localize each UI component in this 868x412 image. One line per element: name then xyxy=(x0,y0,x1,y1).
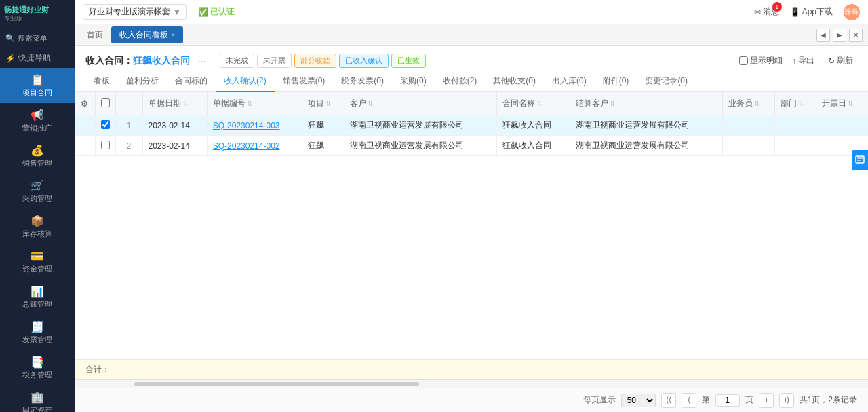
row1-contract: 狂飙收入合同 xyxy=(497,115,570,136)
avatar-text: 珠珠 xyxy=(844,7,859,17)
row1-salesperson xyxy=(722,115,774,136)
subtab-warehouse[interactable]: 出入库(0) xyxy=(544,71,595,92)
next-page-button[interactable]: ⟩ xyxy=(759,393,774,408)
select-all-checkbox[interactable] xyxy=(101,98,110,107)
tab-prev-button[interactable]: ◀ xyxy=(816,29,830,42)
first-page-button[interactable]: ⟨⟨ xyxy=(661,393,676,408)
more-button[interactable]: ··· xyxy=(195,56,209,67)
col-project[interactable]: 项目⇅ xyxy=(302,92,344,115)
last-page-button[interactable]: ⟩⟩ xyxy=(779,393,794,408)
status-confirmed[interactable]: 已收入确认 xyxy=(339,54,389,68)
scrollbar-thumb[interactable] xyxy=(134,382,419,386)
certified-badge: ✅ 已认证 xyxy=(198,6,235,18)
show-detail-checkbox[interactable]: 显示明细 xyxy=(739,55,783,67)
svg-rect-0 xyxy=(856,156,864,163)
col-settings[interactable]: ⚙ xyxy=(75,92,95,115)
status-partial-receipt[interactable]: 部分收款 xyxy=(294,54,336,68)
subtabs: 看板 盈利分析 合同标的 收入确认(2) 销售发票(0) 税务发票(0) 采购(… xyxy=(75,71,868,92)
col-code[interactable]: 单据编号⇅ xyxy=(207,92,302,115)
subtab-profit[interactable]: 盈利分析 xyxy=(118,71,167,92)
data-table: ⚙ 单据日期⇅ 单据编号⇅ 项目⇅ 客户⇅ 合同名称⇅ 结算客户⇅ 业务员⇅ 部… xyxy=(75,92,868,156)
tab-close-icon[interactable]: × xyxy=(171,31,175,39)
per-page-select[interactable]: 20 50 100 xyxy=(621,394,656,407)
sidebar-item-project[interactable]: 📋 项目合同 xyxy=(0,68,75,103)
row1-code[interactable]: SQ-20230214-003 xyxy=(207,115,302,136)
sidebar-item-sales[interactable]: 💰 销售管理 xyxy=(0,138,75,174)
row1-project: 狂飙 xyxy=(302,115,344,136)
status-uninvoiced[interactable]: 未开票 xyxy=(257,54,292,68)
col-customer[interactable]: 客户⇅ xyxy=(344,92,497,115)
status-unfinished[interactable]: 未完成 xyxy=(220,54,254,68)
subtab-revenue-confirm[interactable]: 收入确认(2) xyxy=(216,71,275,92)
subtab-change-log[interactable]: 变更记录(0) xyxy=(637,71,696,92)
subtab-other[interactable]: 其他收支(0) xyxy=(485,71,544,92)
sidebar-item-quicknav[interactable]: ⚡ 快捷导航 xyxy=(0,48,75,68)
subtab-sales-invoice[interactable]: 销售发票(0) xyxy=(275,71,334,92)
sidebar-item-search[interactable]: 🔍 搜索菜单 xyxy=(0,29,75,48)
app-download-button[interactable]: 📱 App下载 xyxy=(790,6,833,18)
row2-checkbox-input[interactable] xyxy=(101,141,110,149)
subtab-subject[interactable]: 合同标的 xyxy=(167,71,216,92)
message-button[interactable]: ✉ 1 消息 xyxy=(754,6,779,18)
topbar: 好业财专业版演示帐套 ▼ ✅ 已认证 ✉ 1 消息 📱 App下载 珠珠 xyxy=(75,0,868,24)
row1-open-date xyxy=(816,115,868,136)
sidebar-item-tax[interactable]: 📑 税务管理 xyxy=(0,350,75,386)
col-contract[interactable]: 合同名称⇅ xyxy=(497,92,570,115)
total-records-label: 共1页，2条记录 xyxy=(800,394,857,406)
table-container[interactable]: ⚙ 单据日期⇅ 单据编号⇅ 项目⇅ 客户⇅ 合同名称⇅ 结算客户⇅ 业务员⇅ 部… xyxy=(75,92,868,359)
detail-checkbox-input[interactable] xyxy=(739,56,748,65)
sidebar-item-marketing[interactable]: 📢 营销推广 xyxy=(0,103,75,138)
sidebar-item-purchase[interactable]: 🛒 采购管理 xyxy=(0,174,75,209)
company-selector[interactable]: 好业财专业版演示帐套 ▼ xyxy=(83,4,187,20)
subtab-tax-invoice[interactable]: 税务发票(0) xyxy=(333,71,392,92)
prev-page-button[interactable]: ⟨ xyxy=(682,393,696,408)
status-effective[interactable]: 已生效 xyxy=(391,54,426,68)
col-checkbox-all[interactable] xyxy=(95,92,115,115)
sidebar-item-assets[interactable]: 🏢 固定资产 xyxy=(0,386,75,412)
tab-contract-board[interactable]: 收入合同看板 × xyxy=(111,26,183,43)
check-icon: ✅ xyxy=(198,7,208,17)
chevron-down-icon: ▼ xyxy=(173,7,181,17)
row2-checkbox[interactable] xyxy=(95,136,115,156)
horizontal-scrollbar[interactable] xyxy=(75,379,868,388)
subtab-kanban[interactable]: 看板 xyxy=(85,71,118,92)
sort-salesperson-icon: ⇅ xyxy=(754,100,760,107)
tabbar: 首页 收入合同看板 × ◀ ▶ ✕ xyxy=(75,24,868,46)
col-date[interactable]: 单据日期⇅ xyxy=(142,92,207,115)
table-row[interactable]: 1 2023-02-14 SQ-20230214-003 狂飙 湖南卫视商业运营… xyxy=(75,115,868,136)
sort-open-date-icon: ⇅ xyxy=(848,100,853,107)
row1-checkbox[interactable] xyxy=(95,115,115,136)
avatar[interactable]: 珠珠 xyxy=(844,4,860,20)
subtab-payment[interactable]: 收付款(2) xyxy=(435,71,486,92)
col-open-date[interactable]: 开票日⇅ xyxy=(816,92,868,115)
row2-code-link[interactable]: SQ-20230214-002 xyxy=(213,141,280,151)
tab-home[interactable]: 首页 xyxy=(80,26,110,43)
row1-checkbox-input[interactable] xyxy=(101,120,110,129)
tab-close-all-button[interactable]: ✕ xyxy=(849,29,863,42)
note-sidebar-icon[interactable] xyxy=(852,150,868,170)
pagination: 每页显示 20 50 100 ⟨⟨ ⟨ 第 页 ⟩ ⟩⟩ 共1页，2条记录 xyxy=(75,388,868,412)
sidebar-item-inventory[interactable]: 📦 库存核算 xyxy=(0,209,75,244)
tab-next-button[interactable]: ▶ xyxy=(833,29,846,42)
subtab-purchase[interactable]: 采购(0) xyxy=(392,71,435,92)
table-row[interactable]: 2 2023-02-14 SQ-20230214-002 狂飙 湖南卫视商业运营… xyxy=(75,136,868,156)
row1-code-link[interactable]: SQ-20230214-003 xyxy=(213,121,280,130)
page-title-prefix: 收入合同： xyxy=(85,55,133,66)
col-salesperson[interactable]: 业务员⇅ xyxy=(722,92,774,115)
refresh-icon: ↻ xyxy=(828,56,835,66)
row2-code[interactable]: SQ-20230214-002 xyxy=(207,136,302,156)
sidebar-item-funds[interactable]: 💳 资金管理 xyxy=(0,244,75,280)
sidebar-item-purchase-label: 采购管理 xyxy=(22,193,52,204)
col-open-date-label: 开票日 xyxy=(822,98,846,108)
page-number-input[interactable] xyxy=(715,394,740,407)
refresh-button[interactable]: ↻ 刷新 xyxy=(824,53,857,69)
col-department[interactable]: 部门⇅ xyxy=(774,92,816,115)
col-settle[interactable]: 结算客户⇅ xyxy=(570,92,723,115)
row1-settings xyxy=(75,115,95,136)
sidebar-item-invoice[interactable]: 🧾 发票管理 xyxy=(0,315,75,350)
subtab-attachment[interactable]: 附件(0) xyxy=(595,71,637,92)
sidebar-item-general[interactable]: 📊 总账管理 xyxy=(0,280,75,315)
export-button[interactable]: ↑ 导出 xyxy=(788,53,818,69)
certified-label: 已认证 xyxy=(210,6,235,18)
sort-code-icon: ⇅ xyxy=(247,100,252,107)
